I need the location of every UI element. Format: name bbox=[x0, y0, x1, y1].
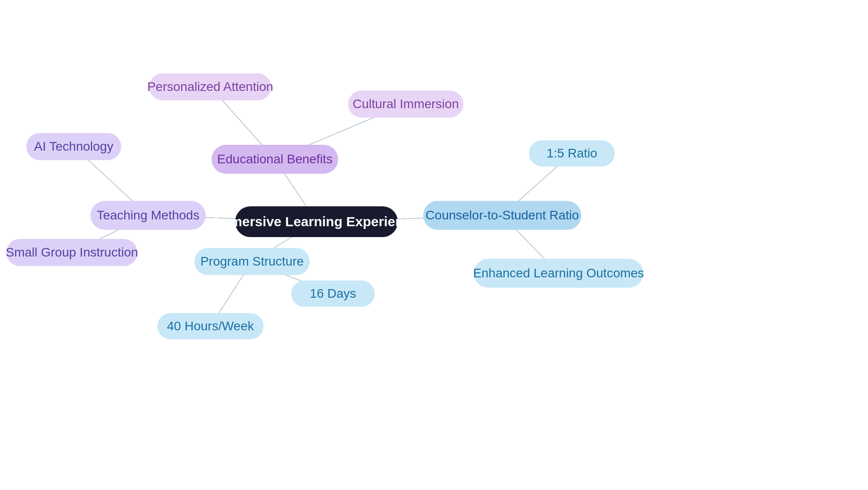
educational-benefits-node[interactable]: Educational Benefits bbox=[212, 145, 338, 174]
program-structure-node[interactable]: Program Structure bbox=[194, 248, 310, 275]
enhanced-outcomes-node[interactable]: Enhanced Learning Outcomes bbox=[474, 259, 643, 288]
small-group-instruction-node[interactable]: Small Group Instruction bbox=[6, 239, 137, 266]
counselor-ratio-node[interactable]: Counselor-to-Student Ratio bbox=[423, 201, 581, 230]
cultural-immersion-node[interactable]: Cultural Immersion bbox=[348, 90, 463, 118]
ai-technology-node[interactable]: AI Technology bbox=[26, 133, 121, 160]
hours-node[interactable]: 40 Hours/Week bbox=[157, 313, 264, 339]
ratio-node[interactable]: 1:5 Ratio bbox=[529, 140, 615, 167]
days-node[interactable]: 16 Days bbox=[291, 281, 375, 307]
teaching-methods-node[interactable]: Teaching Methods bbox=[90, 201, 206, 230]
personalized-attention-node[interactable]: Personalized Attention bbox=[149, 73, 271, 100]
center-node[interactable]: Immersive Learning Experience bbox=[235, 206, 398, 237]
